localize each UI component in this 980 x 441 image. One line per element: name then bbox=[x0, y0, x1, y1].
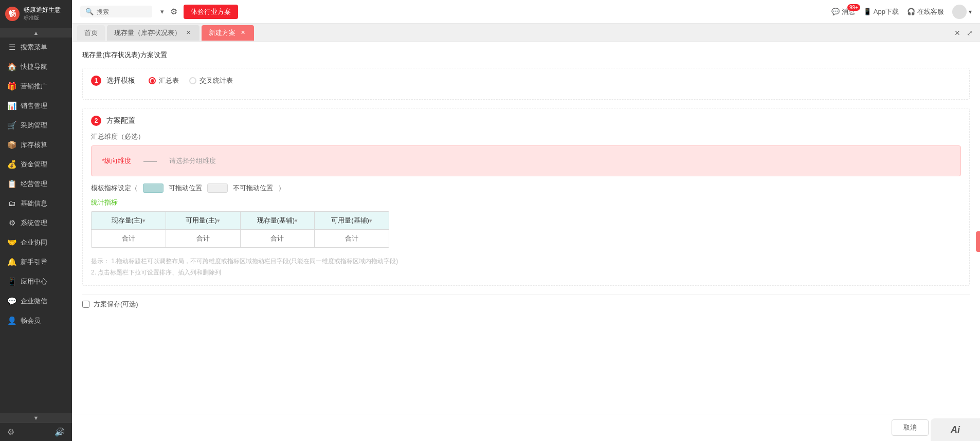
radio-summary[interactable]: 汇总表 bbox=[149, 76, 179, 85]
sidebar-item-label: 库存核算 bbox=[21, 140, 47, 150]
stats-col-1-header[interactable]: 现存量(主) ▾ bbox=[92, 212, 166, 229]
col-2-chevron-icon[interactable]: ▾ bbox=[217, 217, 220, 224]
window-close-button[interactable]: ✕ bbox=[952, 28, 963, 38]
topbar-search[interactable]: 🔍 bbox=[80, 6, 152, 17]
logo-text: 畅康通好生意 bbox=[24, 6, 61, 14]
sidebar-item-label: 搜索菜单 bbox=[21, 43, 47, 52]
gift-icon: 🎁 bbox=[7, 82, 16, 91]
section2-title: 方案配置 bbox=[106, 116, 135, 125]
tab-inventory-status[interactable]: 现存量（库存状况表） ✕ bbox=[107, 25, 199, 41]
chart-icon: 📊 bbox=[7, 101, 16, 111]
topbar-right: 💬 消息 99+ 📱 App下载 🎧 在线客服 ▾ bbox=[831, 5, 972, 19]
avatar bbox=[952, 5, 967, 19]
tab-new-scheme[interactable]: 新建方案 ✕ bbox=[202, 25, 254, 41]
indicator-settings-row: 模板指标设定（ 可拖动位置 不可拖动位置 ） bbox=[91, 183, 961, 193]
radio-crosstab[interactable]: 交叉统计表 bbox=[189, 76, 233, 85]
tab-new-scheme-close[interactable]: ✕ bbox=[239, 29, 247, 37]
stats-col-2-header[interactable]: 可用量(主) ▾ bbox=[166, 212, 241, 229]
draggable-badge bbox=[143, 183, 164, 193]
trial-button[interactable]: 体验行业方案 bbox=[184, 5, 238, 19]
sidebar-item-label: 畅会员 bbox=[21, 316, 41, 325]
stats-table: 现存量(主) ▾ 可用量(主) ▾ 现存量(基辅) ▾ bbox=[91, 211, 389, 248]
sidebar-item-wechat[interactable]: 💬 企业微信 bbox=[0, 291, 72, 311]
radio-summary-circle bbox=[149, 77, 156, 84]
message-button[interactable]: 💬 消息 99+ bbox=[831, 7, 855, 16]
main-area: 🔍 ▾ ⚙ 体验行业方案 💬 消息 99+ 📱 App下载 🎧 在线客服 ▾ bbox=[72, 0, 980, 441]
side-expand-handle[interactable] bbox=[976, 231, 980, 252]
app-download-button[interactable]: 📱 App下载 bbox=[863, 7, 899, 16]
dimension-box[interactable]: *纵向维度 —— 请选择分组维度 bbox=[91, 145, 961, 176]
stats-col-2-body: 合计 bbox=[166, 230, 241, 247]
online-service-button[interactable]: 🎧 在线客服 bbox=[907, 7, 944, 16]
cancel-button[interactable]: 取消 bbox=[892, 419, 929, 436]
sidebar-item-purchase[interactable]: 🛒 采购管理 bbox=[0, 116, 72, 135]
stats-col-4-header[interactable]: 可用量(基辅) ▾ bbox=[315, 212, 389, 229]
sidebar-item-basic-info[interactable]: 🗂 基础信息 bbox=[0, 194, 72, 213]
sidebar-item-newbie[interactable]: 🔔 新手引导 bbox=[0, 252, 72, 272]
tab-inventory-status-close[interactable]: ✕ bbox=[184, 29, 192, 37]
sidebar-item-label: 基础信息 bbox=[21, 199, 47, 208]
ai-label[interactable]: Ai bbox=[931, 418, 980, 441]
info-icon: 🗂 bbox=[7, 199, 16, 208]
settings-icon[interactable]: ⚙ bbox=[7, 427, 14, 437]
tips: 提示： 1.拖动标题栏可以调整布局，不可跨维度或指标区域拖动栏目字段(只能在同一… bbox=[91, 256, 961, 278]
tip-1: 提示： 1.拖动标题栏可以调整布局，不可跨维度或指标区域拖动栏目字段(只能在同一… bbox=[91, 256, 961, 267]
page-title: 现存量(库存状况表)方案设置 bbox=[82, 50, 970, 60]
sidebar-item-member[interactable]: 👤 畅会员 bbox=[0, 311, 72, 330]
sidebar-item-inventory[interactable]: 📦 库存核算 bbox=[0, 135, 72, 155]
sidebar-item-operations[interactable]: 📋 经营管理 bbox=[0, 174, 72, 194]
save-label: 方案保存(可选) bbox=[94, 300, 138, 309]
col-1-chevron-icon[interactable]: ▾ bbox=[142, 217, 146, 224]
sidebar-nav: ☰ 搜索菜单 🏠 快捷导航 🎁 营销推广 📊 销售管理 🛒 采购管理 📦 库存核… bbox=[0, 38, 72, 413]
bell-icon: 🔔 bbox=[7, 258, 16, 267]
sidebar-scroll-up[interactable]: ▲ bbox=[0, 28, 72, 38]
section2-num: 2 bbox=[91, 116, 101, 126]
sidebar-item-label: 应用中心 bbox=[21, 277, 47, 286]
stats-col-3-body: 合计 bbox=[241, 230, 315, 247]
col-3-chevron-icon[interactable]: ▾ bbox=[295, 217, 298, 224]
sidebar-item-sales[interactable]: 📊 销售管理 bbox=[0, 96, 72, 116]
headset-icon: 🎧 bbox=[907, 8, 915, 15]
sidebar-logo: 畅 畅康通好生意 标准版 bbox=[0, 0, 72, 28]
search-input[interactable] bbox=[97, 8, 143, 15]
indicator-settings-suffix: ） bbox=[278, 183, 285, 193]
tab-inventory-status-label: 现存量（库存状况表） bbox=[114, 28, 181, 38]
sidebar-item-marketing[interactable]: 🎁 营销推广 bbox=[0, 77, 72, 96]
template-radio-group: 汇总表 交叉统计表 bbox=[149, 76, 233, 85]
col-4-chevron-icon[interactable]: ▾ bbox=[369, 217, 372, 224]
member-icon: 👤 bbox=[7, 316, 16, 325]
search-icon: 🔍 bbox=[85, 8, 94, 15]
indicator-settings: 模板指标设定（ 可拖动位置 不可拖动位置 ） bbox=[91, 183, 961, 193]
section-template: 1 选择模板 汇总表 交叉统计表 bbox=[82, 68, 970, 100]
sidebar-item-app-center[interactable]: 📱 应用中心 bbox=[0, 272, 72, 291]
stats-col-3-header[interactable]: 现存量(基辅) ▾ bbox=[241, 212, 315, 229]
tab-new-scheme-label: 新建方案 bbox=[209, 28, 235, 38]
dimension-placeholder: 请选择分组维度 bbox=[169, 156, 216, 166]
save-checkbox[interactable] bbox=[82, 301, 89, 308]
ops-icon: 📋 bbox=[7, 179, 16, 189]
sidebar-item-label: 企业协同 bbox=[21, 238, 47, 247]
window-expand-button[interactable]: ⤢ bbox=[965, 28, 975, 38]
sidebar-item-corp[interactable]: 🤝 企业协同 bbox=[0, 233, 72, 252]
divider: —— bbox=[143, 157, 157, 165]
handshake-icon: 🤝 bbox=[7, 238, 16, 247]
section1-title: 选择模板 bbox=[106, 76, 135, 85]
sidebar-item-finance[interactable]: 💰 资金管理 bbox=[0, 155, 72, 174]
sidebar-item-search-menu[interactable]: ☰ 搜索菜单 bbox=[0, 38, 72, 57]
stats-table-header: 现存量(主) ▾ 可用量(主) ▾ 现存量(基辅) ▾ bbox=[92, 212, 389, 230]
radio-crosstab-circle bbox=[189, 77, 196, 84]
speaker-icon[interactable]: 🔊 bbox=[55, 427, 65, 437]
sidebar-item-system[interactable]: ⚙ 系统管理 bbox=[0, 213, 72, 233]
user-avatar-button[interactable]: ▾ bbox=[952, 5, 972, 19]
sidebar-item-label: 企业微信 bbox=[21, 297, 47, 306]
dropdown-arrow-icon[interactable]: ▾ bbox=[160, 8, 164, 15]
draggable-badge-label: 可拖动位置 bbox=[169, 183, 202, 193]
stats-col-4-body: 合计 bbox=[315, 230, 389, 247]
tab-home[interactable]: 首页 bbox=[77, 25, 105, 41]
non-draggable-badge-label: 不可拖动位置 bbox=[233, 183, 273, 193]
settings-gear-icon[interactable]: ⚙ bbox=[170, 7, 177, 16]
sidebar-scroll-down[interactable]: ▼ bbox=[0, 413, 72, 422]
sidebar-item-quick-nav[interactable]: 🏠 快捷导航 bbox=[0, 57, 72, 77]
chat-icon: 💬 bbox=[7, 297, 16, 306]
section1-header: 1 选择模板 汇总表 交叉统计表 bbox=[91, 76, 961, 86]
